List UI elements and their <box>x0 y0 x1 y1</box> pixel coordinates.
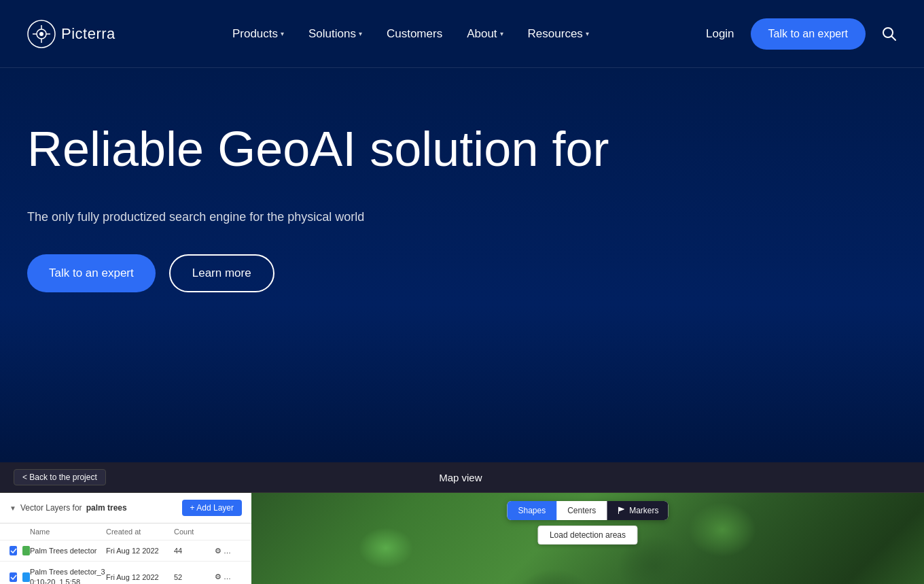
talk-to-expert-button-nav[interactable]: Talk to an expert <box>751 18 866 50</box>
nav-item-customers[interactable]: Customers <box>387 27 442 41</box>
brand-name: Picterra <box>61 25 116 43</box>
col-created: Created at <box>106 528 174 536</box>
back-to-project-button[interactable]: < Back to the project <box>14 469 106 485</box>
nav-item-products[interactable]: Products ▾ <box>232 27 284 41</box>
vector-layers-label: Vector Layers for <box>20 503 82 513</box>
demo-left-panel: ▼ Vector Layers for palm trees + Add Lay… <box>0 493 251 584</box>
row-count-2: 52 <box>174 573 215 581</box>
login-link[interactable]: Login <box>706 27 734 41</box>
navbar: Picterra Products ▾ Solutions ▾ Customer… <box>0 0 924 68</box>
chevron-down-icon: ▾ <box>586 30 589 37</box>
chevron-down-icon: ▾ <box>359 30 362 37</box>
row-color-box <box>22 572 30 582</box>
nav-links: Products ▾ Solutions ▾ Customers About ▾… <box>232 27 589 41</box>
nav-item-about[interactable]: About ▾ <box>467 27 503 41</box>
palm-trees-label: palm trees <box>86 503 127 513</box>
load-detection-button[interactable]: Load detection areas <box>538 526 637 545</box>
tab-markers[interactable]: Markers <box>607 501 668 520</box>
row-color-box <box>22 546 30 555</box>
chevron-down-icon: ▾ <box>281 30 284 37</box>
tab-shapes[interactable]: Shapes <box>507 501 556 520</box>
chevron-down-icon: ▾ <box>500 30 503 37</box>
row-date-2: Fri Aug 12 2022 <box>106 573 174 581</box>
search-button[interactable] <box>882 27 897 41</box>
row-name-1: Palm Trees detector <box>30 546 106 555</box>
map-tab-group: Shapes Centers Markers <box>507 501 668 520</box>
map-view-label: Map view <box>439 472 482 483</box>
col-name: Name <box>30 528 106 536</box>
nav-item-solutions[interactable]: Solutions ▾ <box>308 27 362 41</box>
table-row[interactable]: Palm Trees detector Fri Aug 12 2022 44 ⚙… <box>0 540 251 562</box>
row-checkbox[interactable] <box>10 572 17 582</box>
table-row[interactable]: Palm Trees detector_3 0:10-20_1 5:58 Fri… <box>0 562 251 584</box>
panel-toggle-icon[interactable]: ▼ <box>10 504 16 512</box>
nav-right: Login Talk to an expert <box>706 18 897 50</box>
row-date-1: Fri Aug 12 2022 <box>106 547 174 555</box>
row-checkbox[interactable] <box>10 546 17 555</box>
hero-subtitle: The only fully productized search engine… <box>27 210 897 224</box>
hero-title: Reliable GeoAI solution for <box>27 122 639 176</box>
panel-header: ▼ Vector Layers for palm trees + Add Lay… <box>0 493 251 523</box>
demo-header: < Back to the project Map view <box>0 462 924 493</box>
nav-item-resources[interactable]: Resources ▾ <box>528 27 589 41</box>
map-controls: Shapes Centers Markers Load detection ar… <box>507 501 668 545</box>
logo[interactable]: Picterra <box>27 20 116 48</box>
row-name-2: Palm Trees detector_3 0:10-20_1 5:58 <box>30 567 106 584</box>
tab-centers[interactable]: Centers <box>556 501 607 520</box>
demo-wrapper: < Back to the project Map view ▼ Vector … <box>0 462 924 584</box>
learn-more-button[interactable]: Learn more <box>169 254 274 292</box>
talk-to-expert-button-hero[interactable]: Talk to an expert <box>27 254 156 292</box>
demo-map: Shapes Centers Markers Load detection ar… <box>251 493 924 584</box>
table-header: Name Created at Count <box>0 523 251 540</box>
demo-inner: ▼ Vector Layers for palm trees + Add Lay… <box>0 493 924 584</box>
hero-buttons: Talk to an expert Learn more <box>27 254 897 292</box>
svg-point-1 <box>39 32 43 36</box>
row-count-1: 44 <box>174 547 215 555</box>
add-layer-button[interactable]: + Add Layer <box>182 500 242 516</box>
col-count: Count <box>174 528 215 536</box>
hero-section: Reliable GeoAI solution for The only ful… <box>0 68 924 462</box>
svg-line-3 <box>891 36 895 40</box>
